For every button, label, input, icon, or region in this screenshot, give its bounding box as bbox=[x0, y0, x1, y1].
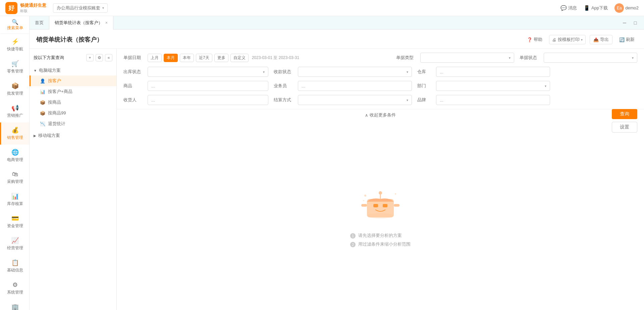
scheme-desktop-group-header[interactable]: ▼ 电脑端方案 bbox=[30, 65, 116, 75]
collapse-filters-label: 收起更多条件 bbox=[370, 112, 396, 118]
scheme-collapse-button[interactable]: « bbox=[105, 54, 112, 61]
scheme-mobile-group-header[interactable]: ▶ 移动端方案 bbox=[30, 131, 116, 141]
date-btn-this-year[interactable]: 本年 bbox=[180, 54, 194, 62]
scheme-item-return-stats[interactable]: 📉 退货统计 bbox=[30, 118, 116, 129]
main-layout: 🔍 搜索菜单 ⚡ 快捷导航 🛒 零售管理 📦 批发管理 📢 营销推广 💰 销售管… bbox=[0, 16, 644, 310]
date-button-group: 上月 本月 本年 近7天 更多 自定义 2023-03-01 至 2023-03… bbox=[148, 54, 299, 62]
settlement-label: 结算方式 bbox=[274, 97, 292, 103]
tab-bar: 首页 销货单统计表（按客户） × ─ □ bbox=[30, 16, 644, 30]
sidebar-item-basic-info[interactable]: 📋 基础信息 bbox=[0, 255, 29, 277]
scheme-customer-product-icon: 📊 bbox=[40, 89, 45, 94]
svg-rect-6 bbox=[361, 204, 367, 207]
sidebar-item-wholesale[interactable]: 📦 批发管理 bbox=[0, 78, 29, 100]
doc-type-select[interactable]: ▾ bbox=[420, 53, 514, 63]
industry-selector[interactable]: 办公用品行业模拟账套 ▾ bbox=[53, 3, 108, 13]
sidebar-item-quick-nav[interactable]: ⚡ 快捷导航 bbox=[0, 34, 29, 56]
page-title-bar: 销货单统计表（按客户） ❓ 帮助 🖨 按模板打印 ▾ 📤 导出 🔄 刷新 bbox=[30, 30, 644, 49]
sidebar-item-marketing[interactable]: 📢 营销推广 bbox=[0, 100, 29, 122]
department-dropdown-icon: ▾ bbox=[545, 84, 546, 88]
message-icon: 💬 bbox=[560, 5, 567, 11]
date-btn-custom[interactable]: 自定义 bbox=[230, 54, 249, 62]
scheme-item-product99[interactable]: 📦 按商品99 bbox=[30, 108, 116, 118]
app-download-button[interactable]: 📱 App下载 bbox=[584, 5, 608, 11]
salesperson-select[interactable]: ... bbox=[298, 81, 412, 91]
date-btn-last-month[interactable]: 上月 bbox=[148, 54, 162, 62]
collapse-filters-button[interactable]: ∧ 收起更多条件 bbox=[117, 109, 644, 121]
department-select[interactable]: ▾ bbox=[436, 81, 550, 91]
date-range-text: 2023-03-01 至 2023-03-31 bbox=[252, 55, 299, 61]
refresh-label: 刷新 bbox=[626, 37, 635, 43]
svg-point-8 bbox=[364, 195, 366, 197]
sidebar-item-purchase[interactable]: 🛍 采购管理 bbox=[0, 167, 29, 189]
product-more-icon: ... bbox=[151, 84, 155, 89]
svg-rect-3 bbox=[383, 204, 387, 207]
empty-hints: 请先选择要分析的方案 用过滤条件来缩小分析范围 bbox=[350, 231, 411, 249]
scheme-item-customer[interactable]: 👤 按客户 bbox=[30, 75, 116, 86]
doc-type-label: 单据类型 bbox=[396, 55, 415, 61]
export-button[interactable]: 📤 导出 bbox=[590, 35, 612, 44]
settlement-select[interactable]: ▾ bbox=[298, 95, 412, 105]
settlement-dropdown-icon: ▾ bbox=[407, 98, 408, 102]
warehouse-select[interactable]: ... bbox=[436, 67, 550, 77]
message-button[interactable]: 💬 消息 bbox=[560, 5, 577, 11]
tab-home[interactable]: 首页 bbox=[30, 16, 49, 30]
payment-status-select[interactable]: ▾ bbox=[298, 67, 412, 77]
quick-nav-icon: ⚡ bbox=[2, 38, 28, 45]
recipient-select[interactable]: ... bbox=[148, 95, 268, 105]
brand-select[interactable]: ... bbox=[436, 95, 550, 105]
tab-minimize-button[interactable]: ─ bbox=[620, 18, 629, 28]
help-label: 帮助 bbox=[534, 37, 542, 43]
system-icon: ⚙ bbox=[2, 281, 28, 289]
out-status-dropdown-icon: ▾ bbox=[263, 70, 265, 74]
payment-status-dropdown-icon: ▾ bbox=[407, 70, 408, 74]
sidebar-item-system[interactable]: ⚙ 系统管理 bbox=[0, 277, 29, 299]
scheme-mobile-group-label: 移动端方案 bbox=[38, 133, 60, 139]
scheme-item-product[interactable]: 📦 按商品 bbox=[30, 97, 116, 108]
tab-close-button[interactable]: × bbox=[105, 20, 108, 25]
scheme-header: 按以下方案查询 + ⚙ « bbox=[30, 51, 116, 64]
filter-row-3: 商品 ... 业务员 ... 部门 ▾ bbox=[123, 81, 637, 91]
settings-button[interactable]: 设置 bbox=[612, 122, 637, 133]
sidebar-item-enterprise[interactable]: 🏢 企业协同 bbox=[0, 299, 29, 310]
tab-sales-stats[interactable]: 销货单统计表（按客户） × bbox=[49, 16, 113, 30]
date-btn-more[interactable]: 更多 bbox=[214, 54, 228, 62]
export-label: 导出 bbox=[600, 37, 609, 43]
app-download-label: App下载 bbox=[591, 5, 608, 11]
scheme-settings-button[interactable]: ⚙ bbox=[96, 54, 103, 61]
content-area: 首页 销货单统计表（按客户） × ─ □ 销货单统计表（按客户） ❓ bbox=[30, 16, 644, 310]
export-icon: 📤 bbox=[593, 37, 599, 42]
date-btn-this-month[interactable]: 本月 bbox=[164, 54, 178, 62]
scheme-add-button[interactable]: + bbox=[86, 54, 94, 61]
refresh-button[interactable]: 🔄 刷新 bbox=[616, 35, 637, 44]
doc-status-select[interactable]: ▾ bbox=[544, 53, 637, 63]
print-dropdown-icon: ▾ bbox=[581, 38, 583, 42]
print-button[interactable]: 🖨 按模板打印 ▾ bbox=[549, 35, 586, 44]
sidebar-item-retail[interactable]: 🛒 零售管理 bbox=[0, 56, 29, 78]
sidebar-item-operations[interactable]: 📈 经营管理 bbox=[0, 233, 29, 255]
sidebar-item-ecommerce[interactable]: 🌐 电商管理 bbox=[0, 145, 29, 167]
sidebar-item-sales[interactable]: 💰 销售管理 bbox=[0, 122, 29, 145]
query-button[interactable]: 查询 bbox=[612, 109, 637, 119]
brand-label: 品牌 bbox=[417, 97, 431, 103]
payment-status-label: 收款状态 bbox=[274, 69, 292, 75]
sidebar-item-inventory[interactable]: 📊 库存核算 bbox=[0, 189, 29, 211]
out-status-select[interactable]: ▾ bbox=[148, 67, 268, 77]
sales-icon: 💰 bbox=[2, 126, 28, 134]
product-label: 商品 bbox=[123, 83, 142, 89]
date-btn-last7days[interactable]: 近7天 bbox=[196, 54, 212, 62]
user-avatar-area[interactable]: Ea demo2 bbox=[614, 3, 639, 13]
scheme-header-label: 按以下方案查询 bbox=[34, 55, 64, 61]
help-button[interactable]: ❓ 帮助 bbox=[524, 35, 545, 44]
sidebar-item-search[interactable]: 🔍 搜索菜单 bbox=[0, 16, 29, 34]
search-icon: 🔍 bbox=[2, 19, 28, 25]
tab-maximize-button[interactable]: □ bbox=[631, 18, 640, 28]
tab-icon-area: ─ □ bbox=[620, 18, 644, 28]
empty-hint-2: 用过滤条件来缩小分析范围 bbox=[350, 240, 411, 249]
scheme-customer-icon: 👤 bbox=[40, 79, 45, 84]
sidebar-item-finance[interactable]: 💳 资金管理 bbox=[0, 211, 29, 233]
product-select[interactable]: ... bbox=[148, 81, 268, 91]
user-name-label: demo2 bbox=[625, 5, 639, 10]
retail-icon: 🛒 bbox=[2, 60, 28, 67]
salesperson-label: 业务员 bbox=[274, 83, 292, 89]
scheme-item-customer-product[interactable]: 📊 按客户+商品 bbox=[30, 86, 116, 97]
